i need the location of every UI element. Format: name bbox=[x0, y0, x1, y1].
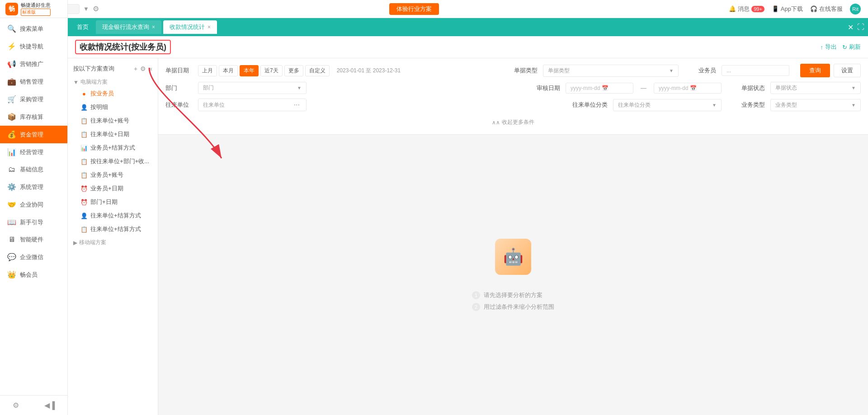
tree-item-partner-payment2[interactable]: 📋 往来单位+结算方式 bbox=[68, 222, 158, 236]
tree-item-partner-dept-receipt[interactable]: 📋 按往来单位+部门+收... bbox=[68, 155, 158, 168]
user-profile[interactable]: Rit bbox=[850, 4, 861, 14]
add-scheme-button[interactable]: + bbox=[134, 65, 137, 72]
sidebar-item-wechat[interactable]: 💬 企业微信 bbox=[0, 248, 67, 266]
date-last-7[interactable]: 近7天 bbox=[260, 65, 283, 76]
sidebar-label-marketing: 营销推广 bbox=[20, 60, 43, 68]
partner-select[interactable]: 往来单位 ··· bbox=[198, 99, 307, 111]
tab-close-all[interactable]: ✕ bbox=[848, 23, 854, 32]
user-avatar: Rit bbox=[850, 4, 861, 14]
tab-bank[interactable]: 现金银行流水查询 × bbox=[96, 20, 161, 34]
sidebar-item-sales[interactable]: 💼 销售管理 bbox=[0, 73, 67, 90]
sidebar-label-wechat: 企业微信 bbox=[20, 253, 43, 261]
sidebar-collapse-btn[interactable]: ◀▐ bbox=[41, 399, 58, 411]
sidebar-item-quick[interactable]: ⚡ 快捷导航 bbox=[0, 38, 67, 55]
sidebar-label-enterprise: 企业协同 bbox=[20, 201, 43, 209]
tree-item-salesperson[interactable]: ● 按业务员 bbox=[68, 87, 158, 100]
sd-icon: ⏰ bbox=[80, 185, 88, 192]
filter-row-1: 单据日期 上月 本月 本年 近7天 更多 自定义 2023-01-01 至 20… bbox=[165, 64, 861, 77]
page-title: 收款情况统计(按业务员) bbox=[75, 40, 171, 54]
hardware-icon: 🖥 bbox=[7, 236, 16, 244]
doc-status-placeholder: 单据状态 bbox=[775, 84, 797, 92]
collapse-panel-button[interactable]: « bbox=[149, 65, 152, 72]
tab-home[interactable]: 首页 bbox=[71, 20, 94, 34]
sidebar-label-hardware: 智能硬件 bbox=[20, 236, 43, 244]
sidebar-item-search[interactable]: 🔍 搜索菜单 bbox=[0, 20, 67, 38]
sidebar-item-marketing[interactable]: 📢 营销推广 bbox=[0, 55, 67, 73]
sidebar-item-system[interactable]: ⚙️ 系统管理 bbox=[0, 178, 67, 196]
query-button[interactable]: 查询 bbox=[800, 64, 830, 77]
tree-mobile-expand-icon[interactable]: ▶ bbox=[73, 240, 77, 246]
tree-item-partner-date[interactable]: 📋 往来单位+日期 bbox=[68, 127, 158, 141]
sidebar-item-operations[interactable]: 📊 经营管理 bbox=[0, 143, 67, 161]
export-button[interactable]: ↑ 导出 bbox=[821, 43, 837, 51]
logo-text: 畅捷通好生意 bbox=[21, 2, 51, 9]
trial-button[interactable]: 体验行业方案 bbox=[389, 3, 439, 15]
left-panel: 按以下方案查询 + ⚙ « ▼ 电脑端方案 ● 按业务员 bbox=[68, 58, 158, 415]
dept-label: 部门 bbox=[165, 84, 193, 92]
tree-item-salesperson-account[interactable]: 📋 业务员+账号 bbox=[68, 168, 158, 182]
tree-item-partner-account[interactable]: 📋 往来单位+账号 bbox=[68, 114, 158, 127]
partner-label: 往来单位 bbox=[165, 101, 193, 109]
date-more[interactable]: 更多 bbox=[284, 65, 303, 76]
sidebar-item-basic[interactable]: 🗂 基础信息 bbox=[0, 161, 67, 178]
date-custom[interactable]: 自定义 bbox=[305, 65, 330, 76]
review-date-end[interactable]: yyyy-mm-dd 📅 bbox=[654, 83, 722, 94]
hint-item-2: 2 用过滤条件来缩小分析范围 bbox=[472, 303, 554, 311]
date-last-month[interactable]: 上月 bbox=[198, 65, 217, 76]
tab-receipt-close[interactable]: × bbox=[208, 24, 211, 30]
online-service-button[interactable]: 🎧 在线客服 bbox=[810, 5, 843, 13]
sidebar-item-hardware[interactable]: 🖥 智能硬件 bbox=[0, 231, 67, 248]
tree-item-salesperson-date[interactable]: ⏰ 业务员+日期 bbox=[68, 182, 158, 195]
doc-status-chevron-icon: ▼ bbox=[851, 85, 856, 90]
collapse-filter-btn[interactable]: ∧∧ 收起更多条件 bbox=[165, 116, 861, 129]
scheme-settings-button[interactable]: ⚙ bbox=[140, 65, 146, 72]
finance-icon: 💰 bbox=[7, 130, 16, 139]
download-icon: 📱 bbox=[772, 5, 779, 12]
partner-cat-chevron-icon: ▼ bbox=[712, 103, 717, 108]
settings-button[interactable]: 设置 bbox=[834, 64, 861, 77]
app-download-button[interactable]: 📱 App下载 bbox=[772, 5, 803, 13]
partner-cat-select[interactable]: 往来单位分类 ▼ bbox=[613, 99, 722, 111]
robot-illustration: 🤖 bbox=[495, 239, 531, 275]
empty-illustration: 🤖 bbox=[486, 239, 540, 284]
sidebar-label-system: 系统管理 bbox=[20, 183, 43, 191]
sidebar-item-finance[interactable]: 💰 资金管理 bbox=[0, 126, 67, 143]
tree-item-partner-payment1[interactable]: 👤 往来单位+结算方式 bbox=[68, 209, 158, 222]
dept-select[interactable]: 部门 ▼ bbox=[198, 82, 307, 94]
sidebar-item-guide[interactable]: 📖 新手引导 bbox=[0, 213, 67, 231]
tree-item-salesperson-payment[interactable]: 📊 业务员+结算方式 bbox=[68, 141, 158, 155]
tab-bank-close[interactable]: × bbox=[152, 24, 155, 30]
quick-nav-icon: ⚡ bbox=[7, 42, 16, 51]
enterprise-icon: 🤝 bbox=[7, 200, 16, 209]
date-this-month[interactable]: 本月 bbox=[219, 65, 238, 76]
biz-type-select[interactable]: 业务类型 ▼ bbox=[770, 99, 861, 111]
filter-area: 单据日期 上月 本月 本年 近7天 更多 自定义 2023-01-01 至 20… bbox=[158, 58, 868, 135]
salesperson-select[interactable]: ... bbox=[722, 65, 789, 76]
sidebar-item-inventory[interactable]: 📦 库存核算 bbox=[0, 108, 67, 126]
pp2-icon: 📋 bbox=[80, 226, 88, 233]
tree-collapse-icon[interactable]: ▼ bbox=[73, 79, 79, 85]
bell-icon: 🔔 bbox=[729, 5, 736, 12]
dropdown-icon[interactable]: ▼ bbox=[83, 5, 89, 12]
sidebar-item-purchase[interactable]: 🛒 采购管理 bbox=[0, 90, 67, 108]
search-nav-icon: 🔍 bbox=[7, 24, 16, 33]
tab-expand[interactable]: ⛶ bbox=[857, 23, 864, 31]
sidebar-settings-btn[interactable]: ⚙ bbox=[9, 399, 23, 411]
refresh-button[interactable]: ↻ 刷新 bbox=[842, 43, 861, 51]
tree-item-detail[interactable]: 👤 按明细 bbox=[68, 100, 158, 114]
partner-cat-label: 往来单位分类 bbox=[572, 101, 608, 109]
messages-button[interactable]: 🔔 消息 99+ bbox=[729, 5, 764, 13]
date-dash: — bbox=[641, 85, 646, 91]
sales-icon: 💼 bbox=[7, 77, 16, 86]
tree-item-dept-date[interactable]: ⏰ 部门+日期 bbox=[68, 195, 158, 209]
sidebar-item-enterprise[interactable]: 🤝 企业协同 bbox=[0, 196, 67, 213]
tab-receipt[interactable]: 收款情况统计 × bbox=[163, 20, 217, 34]
gear-icon[interactable]: ⚙ bbox=[93, 5, 99, 13]
page-content: 收款情况统计(按业务员) ↑ 导出 ↻ 刷新 按以下方案查询 + bbox=[68, 36, 868, 415]
date-this-year[interactable]: 本年 bbox=[240, 65, 259, 76]
doc-type-select[interactable]: 单据类型 ▼ bbox=[543, 65, 679, 77]
sidebar-label-guide: 新手引导 bbox=[20, 218, 43, 226]
review-date-start[interactable]: yyyy-mm-dd 📅 bbox=[566, 83, 633, 94]
doc-status-select[interactable]: 单据状态 ▼ bbox=[770, 82, 861, 94]
sidebar-item-member[interactable]: 👑 畅会员 bbox=[0, 266, 67, 283]
